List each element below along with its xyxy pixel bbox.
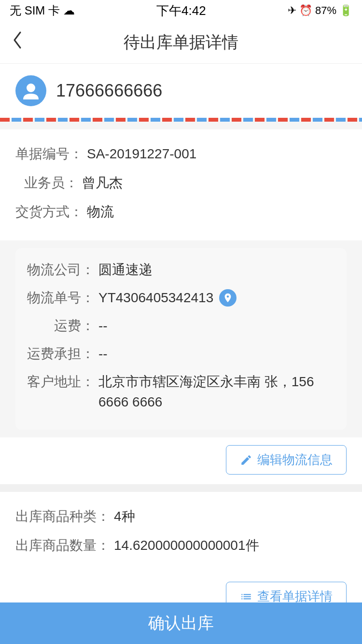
goods-quantity-value: 14.620000000000001件 xyxy=(110,535,347,556)
avatar xyxy=(15,75,46,106)
logistics-company-value: 圆通速递 xyxy=(95,260,335,280)
order-number-row: 单据编号： SA-20191227-001 xyxy=(15,144,347,164)
order-info-section: 单据编号： SA-20191227-001 业务员： 曾凡杰 交货方式： 物流 xyxy=(0,129,362,240)
tracking-row: 物流单号： YT4306405342413 xyxy=(27,288,335,308)
tracking-label: 物流单号： xyxy=(27,288,95,308)
page-title: 待出库单据详情 xyxy=(124,31,238,54)
sim-status: 无 SIM 卡 ☁ xyxy=(10,3,75,18)
svg-point-0 xyxy=(27,84,35,92)
tracking-value: YT4306405342413 xyxy=(95,288,335,308)
status-left: 无 SIM 卡 ☁ xyxy=(10,3,75,18)
goods-section: 出库商品种类： 4种 出库商品数量： 14.620000000000001件 xyxy=(0,492,362,574)
address-row: 客户地址： 北京市市辖区海淀区永丰南 张，156 6666 6666 xyxy=(27,372,335,412)
logistics-card: 物流公司： 圆通速递 物流单号： YT4306405342413 运费： -- … xyxy=(15,248,347,430)
battery-level: 87% xyxy=(315,4,336,17)
confirm-button[interactable]: 确认出库 xyxy=(0,602,362,644)
dashed-divider xyxy=(0,118,362,122)
goods-quantity-row: 出库商品数量： 14.620000000000001件 xyxy=(15,535,347,556)
order-number-label: 单据编号： xyxy=(15,144,83,164)
edit-logistics-label: 编辑物流信息 xyxy=(257,451,333,468)
customer-phone: 17666666666 xyxy=(56,81,162,101)
location-status-icon: ✈ xyxy=(288,4,296,17)
battery-icon: 🔋 xyxy=(339,4,352,17)
status-bar: 无 SIM 卡 ☁ 下午4:42 ✈ ⏰ 87% 🔋 xyxy=(0,0,362,21)
goods-types-row: 出库商品种类： 4种 xyxy=(15,506,347,527)
address-value: 北京市市辖区海淀区永丰南 张，156 6666 6666 xyxy=(95,372,335,412)
freight-bear-label: 运费承担： xyxy=(27,344,95,364)
confirm-button-label: 确认出库 xyxy=(148,612,214,634)
goods-types-label: 出库商品种类： xyxy=(15,506,110,527)
goods-types-value: 4种 xyxy=(110,506,347,527)
freight-bear-row: 运费承担： -- xyxy=(27,344,335,364)
freight-value: -- xyxy=(95,316,335,336)
status-right: ✈ ⏰ 87% 🔋 xyxy=(288,4,352,17)
customer-header: 17666666666 xyxy=(0,64,362,118)
order-number-value: SA-20191227-001 xyxy=(83,144,347,164)
delivery-label: 交货方式： xyxy=(15,202,83,222)
salesman-row: 业务员： 曾凡杰 xyxy=(15,173,347,193)
edit-icon xyxy=(240,454,252,466)
status-time: 下午4:42 xyxy=(156,2,206,19)
delivery-row: 交货方式： 物流 xyxy=(15,202,347,222)
list-icon xyxy=(240,590,252,603)
logistics-company-label: 物流公司： xyxy=(27,260,95,280)
section-divider xyxy=(0,484,362,492)
freight-bear-value: -- xyxy=(95,344,335,364)
freight-label: 运费： xyxy=(27,316,95,336)
delivery-value: 物流 xyxy=(83,202,347,222)
edit-logistics-section: 编辑物流信息 xyxy=(0,437,362,484)
logistics-company-row: 物流公司： 圆通速递 xyxy=(27,260,335,280)
salesman-label: 业务员： xyxy=(15,173,78,193)
edit-logistics-button[interactable]: 编辑物流信息 xyxy=(226,445,347,475)
goods-quantity-label: 出库商品数量： xyxy=(15,535,110,556)
freight-row: 运费： -- xyxy=(27,316,335,336)
nav-bar: 待出库单据详情 xyxy=(0,21,362,64)
tracking-location-button[interactable] xyxy=(219,289,237,307)
alarm-icon: ⏰ xyxy=(299,4,312,17)
address-label: 客户地址： xyxy=(27,372,95,392)
back-button[interactable] xyxy=(12,30,23,54)
salesman-value: 曾凡杰 xyxy=(78,173,347,193)
